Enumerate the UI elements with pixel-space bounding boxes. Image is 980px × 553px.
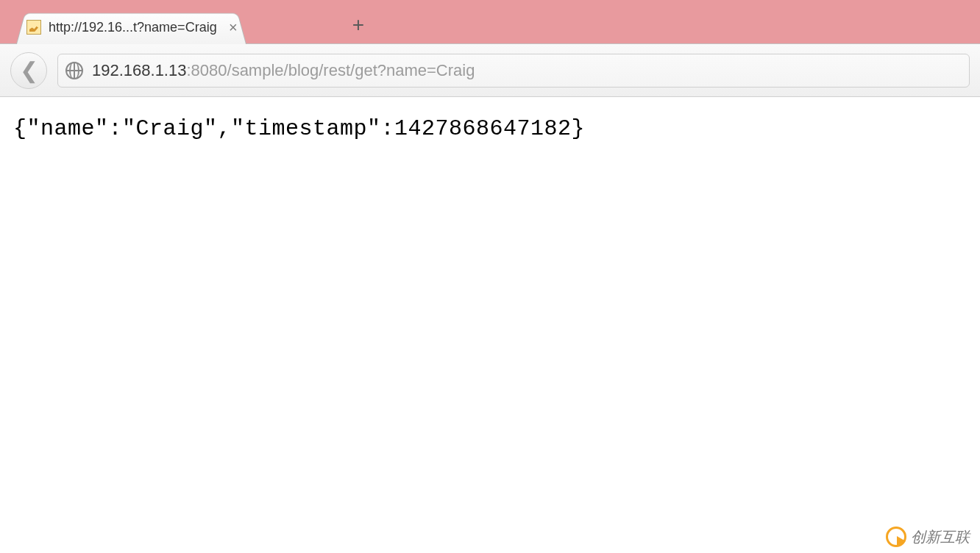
address-text: 192.168.1.13:8080/sample/blog/rest/get?n… bbox=[92, 61, 475, 80]
tab-title: http://192.16...t?name=Craig bbox=[49, 20, 217, 35]
tab-strip: http://192.16...t?name=Craig × + bbox=[0, 0, 980, 44]
watermark: 创新互联 bbox=[886, 527, 970, 547]
arrow-left-icon: ❮ bbox=[20, 57, 38, 83]
browser-tab[interactable]: http://192.16...t?name=Craig × bbox=[16, 10, 246, 44]
page-content: {"name":"Craig","timestamp":142786864718… bbox=[0, 97, 980, 160]
toolbar: ❮ 192.168.1.13:8080/sample/blog/rest/get… bbox=[0, 44, 980, 97]
tomcat-favicon-icon bbox=[26, 20, 41, 35]
address-path: :8080/sample/blog/rest/get?name=Craig bbox=[186, 61, 475, 79]
back-button[interactable]: ❮ bbox=[10, 52, 47, 89]
address-host: 192.168.1.13 bbox=[92, 61, 186, 79]
globe-icon bbox=[65, 62, 83, 79]
watermark-logo-icon bbox=[886, 527, 906, 547]
response-body: {"name":"Craig","timestamp":142786864718… bbox=[13, 116, 585, 141]
close-tab-icon[interactable]: × bbox=[229, 20, 238, 35]
new-tab-button[interactable]: + bbox=[346, 15, 371, 38]
watermark-text: 创新互联 bbox=[911, 527, 970, 547]
address-bar[interactable]: 192.168.1.13:8080/sample/blog/rest/get?n… bbox=[57, 54, 970, 88]
